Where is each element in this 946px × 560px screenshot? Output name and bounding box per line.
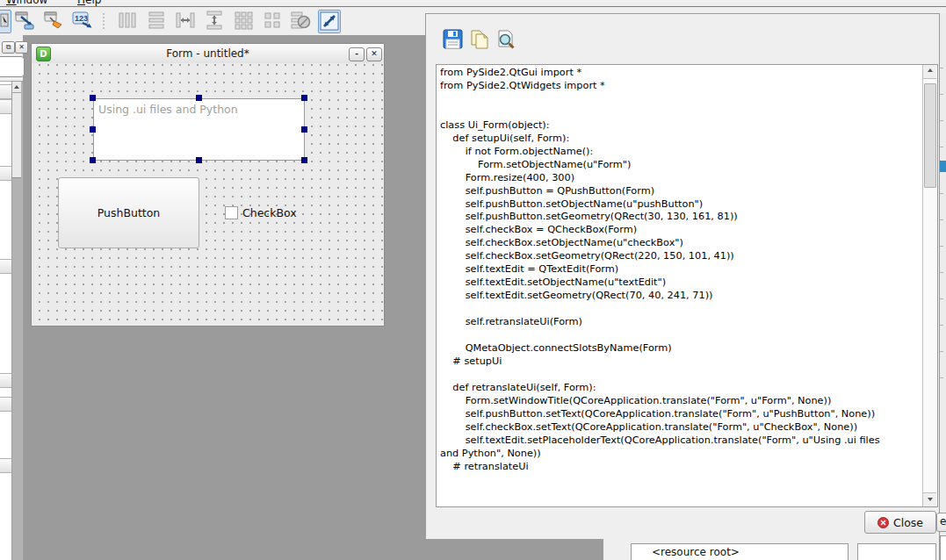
close-button[interactable]: ✕	[366, 47, 382, 61]
code-scrollbar[interactable]	[922, 65, 937, 506]
widget-box-item[interactable]	[0, 458, 12, 473]
form-window-title: Form - untitled*	[32, 44, 384, 63]
scrollbar-thumb[interactable]	[12, 93, 21, 178]
edit-widgets-icon[interactable]	[0, 10, 11, 33]
dialog-close-button[interactable]: Close	[864, 511, 936, 534]
scroll-up-icon[interactable]	[923, 65, 936, 79]
resource-panel	[857, 543, 936, 560]
layout-vertical-icon[interactable]	[146, 10, 167, 32]
widget-box-item[interactable]	[0, 84, 12, 99]
dock-close-icon[interactable]: ✕	[15, 41, 28, 54]
widget-box-list	[0, 81, 11, 560]
textedit-widget[interactable]: Using .ui files and Python	[93, 98, 305, 161]
form-title-bar[interactable]: D Form - untitled* - ✕	[32, 44, 384, 64]
minimize-button[interactable]: -	[349, 47, 365, 61]
selection-handle[interactable]	[90, 126, 96, 133]
widget-box-scrollbar[interactable]	[11, 81, 24, 560]
selection-handle[interactable]	[196, 157, 202, 163]
code-text: from PySide2.QtGui import * from PySide2…	[437, 65, 937, 476]
widget-box-item[interactable]	[0, 259, 12, 274]
break-layout-icon[interactable]	[290, 10, 311, 32]
resource-root-item[interactable]: <resource root>	[652, 546, 740, 558]
widget-box-item[interactable]	[0, 397, 12, 412]
layout-form-icon[interactable]	[262, 10, 283, 32]
textedit-placeholder: Using .ui files and Python	[98, 103, 238, 116]
selected-property-row[interactable]	[940, 161, 946, 172]
selection-handle[interactable]	[301, 157, 307, 163]
dock-float-icon[interactable]: ⧉	[2, 41, 15, 54]
resource-browser-dock: <resource root>	[603, 539, 946, 560]
selection-handle[interactable]	[301, 126, 307, 133]
layout-splitter-horizontal-icon[interactable]	[175, 10, 196, 32]
code-text-area[interactable]: from PySide2.QtGui import * from PySide2…	[436, 64, 938, 507]
close-circle-icon	[877, 517, 889, 528]
edit-tab-order-icon[interactable]: 123	[72, 10, 93, 32]
widget-box-item[interactable]	[0, 166, 12, 181]
partial-panel-fragment	[940, 535, 946, 560]
qt-designer-window: Window Help 123	[0, 0, 946, 560]
widget-box-item[interactable]	[0, 373, 12, 388]
widget-box-dock: ⧉ ✕	[0, 35, 24, 560]
menu-bar: Window Help	[0, 0, 946, 7]
layout-grid-icon[interactable]	[233, 10, 254, 32]
edit-signals-slots-icon[interactable]	[14, 10, 35, 32]
edit-buddies-icon[interactable]	[43, 10, 64, 32]
checkbox-widget[interactable]: CheckBox	[225, 195, 314, 231]
find-icon[interactable]	[495, 29, 516, 50]
scrollbar-thumb[interactable]	[924, 83, 936, 188]
copy-icon[interactable]	[469, 29, 490, 50]
save-icon[interactable]	[443, 29, 464, 50]
menu-help[interactable]: Help	[77, 0, 101, 6]
selection-handle[interactable]	[90, 95, 96, 101]
partial-button-fragment[interactable]: e	[936, 513, 946, 532]
pushbutton-widget[interactable]: PushButton	[58, 177, 199, 248]
menu-window[interactable]: Window	[6, 0, 47, 6]
code-preview-dialog: from PySide2.QtGui import * from PySide2…	[425, 13, 940, 540]
form-window: D Form - untitled* - ✕ Using .ui files a…	[31, 43, 385, 327]
form-canvas[interactable]: Using .ui files and Python PushButton Ch…	[32, 63, 384, 326]
svg-text:123: 123	[75, 14, 88, 23]
resource-tree[interactable]: <resource root>	[631, 543, 849, 560]
widget-box-search-input[interactable]	[0, 56, 25, 77]
layout-splitter-vertical-icon[interactable]	[204, 10, 225, 32]
selection-handle[interactable]	[90, 157, 96, 163]
dialog-close-label: Close	[893, 516, 923, 529]
widget-box-item[interactable]	[0, 99, 12, 114]
adjust-size-icon[interactable]	[318, 10, 341, 33]
scroll-up-icon[interactable]	[12, 82, 21, 93]
checkbox-indicator[interactable]	[225, 206, 238, 219]
selection-handle[interactable]	[196, 95, 202, 101]
toolbar-separator	[103, 13, 105, 29]
selection-handle[interactable]	[301, 95, 307, 101]
scroll-down-icon[interactable]	[923, 492, 936, 506]
checkbox-label: CheckBox	[242, 206, 297, 219]
property-editor-sliver	[939, 13, 946, 560]
layout-horizontal-icon[interactable]	[117, 10, 138, 32]
